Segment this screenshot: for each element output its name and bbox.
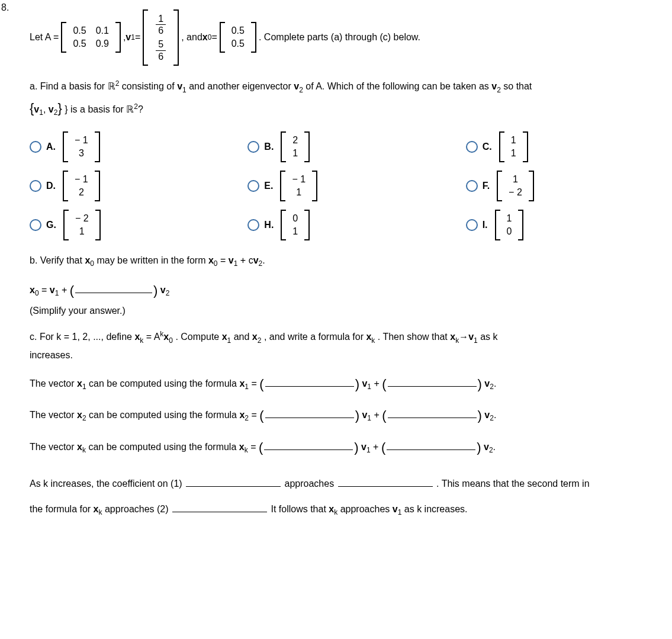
option-G[interactable]: G. − 21 [30, 210, 224, 240]
problem-statement: Let A = 0.50.1 0.50.9 , v1 = 16 56 , and… [30, 9, 660, 66]
blank-c-x1-a[interactable] [265, 377, 354, 387]
blank-c-x2-b[interactable] [388, 408, 477, 418]
option-label: A. [46, 142, 56, 152]
option-F[interactable]: F. 1− 2 [466, 171, 660, 201]
part-c-text: c. For k = 1, 2, ..., define xk = Akx0 .… [30, 328, 660, 364]
option-vector: 10 [495, 210, 524, 240]
blank-c-close-1[interactable] [186, 477, 281, 487]
option-vector: 11 [499, 131, 528, 162]
part-c-x1: The vector x1 can be computed using the … [30, 373, 660, 396]
vector-v1: 16 56 [143, 9, 179, 66]
radio-icon[interactable] [247, 141, 259, 153]
option-label: F. [483, 181, 490, 191]
option-vector: − 13 [63, 131, 100, 162]
option-C[interactable]: C. 11 [466, 131, 660, 162]
blank-c-x2-a[interactable] [265, 408, 354, 418]
option-D[interactable]: D. − 12 [30, 171, 224, 201]
blank-c-xk-b[interactable] [387, 440, 475, 450]
x0-symbol: x [202, 32, 208, 43]
option-E[interactable]: E. − 11 [247, 171, 442, 201]
part-a-options: A. − 13 B. 21 C. 11 D. − 12 E. − 11 F. [30, 131, 660, 240]
option-vector: − 21 [63, 210, 101, 240]
option-label: C. [483, 142, 492, 152]
v1-symbol: v [126, 32, 131, 43]
blank-c-close-3[interactable] [172, 502, 267, 512]
vector-x0: 0.50.5 [220, 22, 256, 53]
option-label: B. [264, 142, 274, 152]
question-body: Let A = 0.50.1 0.50.9 , v1 = 16 56 , and… [30, 9, 660, 519]
option-label: E. [264, 181, 273, 191]
radio-icon[interactable] [30, 141, 41, 153]
radio-icon[interactable] [466, 180, 478, 192]
option-H[interactable]: H. 01 [247, 210, 442, 240]
option-label: I. [483, 220, 488, 230]
matrix-A: 0.50.1 0.50.9 [61, 22, 121, 53]
radio-icon[interactable] [30, 219, 41, 231]
option-vector: − 12 [63, 171, 100, 201]
radio-icon[interactable] [466, 219, 478, 231]
option-vector: − 11 [280, 171, 317, 201]
part-c-closing-2: the formula for xk approaches (2) It fol… [30, 501, 660, 519]
part-b-fill: x0 = v1 + () v2 (Simplify your answer.) [30, 279, 660, 319]
option-B[interactable]: B. 21 [247, 131, 442, 162]
blank-c-x1-b[interactable] [388, 377, 477, 387]
blank-c-close-2[interactable] [338, 477, 433, 487]
part-c-x2: The vector x2 can be computed using the … [30, 404, 660, 428]
radio-icon[interactable] [247, 219, 259, 231]
part-b-text: b. Verify that x0 may be written in the … [30, 252, 660, 271]
blank-b[interactable] [75, 283, 152, 293]
option-label: D. [46, 181, 56, 191]
option-label: G. [46, 220, 56, 230]
part-c-xk: The vector xk can be computed using the … [30, 436, 660, 460]
option-I[interactable]: I. 10 [466, 210, 660, 240]
let-text: Let A = [30, 32, 59, 43]
radio-icon[interactable] [30, 180, 41, 192]
blank-c-xk-a[interactable] [264, 440, 353, 450]
option-vector: 01 [281, 210, 310, 240]
option-vector: 1− 2 [497, 171, 534, 201]
part-c-closing-1: As k increases, the coefficient on (1) a… [30, 476, 660, 493]
option-label: H. [264, 220, 274, 230]
option-vector: 21 [281, 131, 310, 162]
radio-icon[interactable] [466, 141, 478, 153]
question-number: 8. [1, 2, 9, 13]
part-a-text: a. Find a basis for ℝ2 consisting of v1 … [30, 78, 660, 120]
radio-icon[interactable] [247, 180, 259, 192]
option-A[interactable]: A. − 13 [30, 131, 224, 162]
